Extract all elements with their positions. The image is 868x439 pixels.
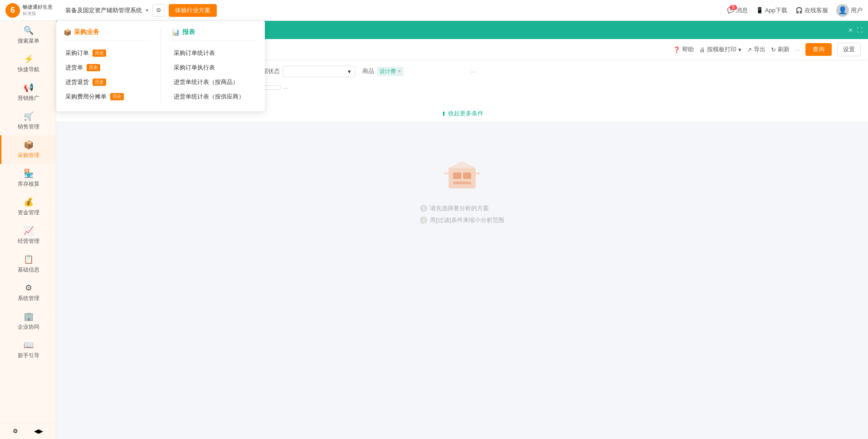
empty-hints: 1 请先选择要分析的方案 2 用[过滤]条件来缩小分析范围 — [420, 202, 504, 226]
top-header: 6 畅捷通好生意 标准版 装备及固定资产辅助管理系统 ▾ ⚙ 体验行业方案 💬 … — [0, 0, 868, 21]
settings-button[interactable]: 设置 — [837, 43, 861, 56]
user-label: 用户 — [851, 6, 863, 15]
sidebar-item-system[interactable]: ⚙ 系统管理 — [0, 278, 56, 307]
sidebar-label-system: 系统管理 — [18, 295, 39, 302]
collapse-up-icon: ⬆ — [441, 110, 446, 117]
dropdown-item-purchase-stat[interactable]: 采购订单统计表 — [172, 46, 258, 60]
sidebar-item-company[interactable]: 🏢 企业协同 — [0, 307, 56, 335]
collapse-sidebar-icon[interactable]: ◀▶ — [34, 428, 43, 434]
message-button[interactable]: 💬 9 消息 — [727, 6, 748, 15]
user-button[interactable]: 👤 用户 — [836, 4, 863, 17]
export-button[interactable]: ↗ 导出 — [747, 45, 766, 54]
sidebar-item-purchase[interactable]: 📦 采购管理 — [0, 135, 56, 164]
purchase-dropdown-menu: 📦 采购业务 采购订单 历史 进货单 历史 进货退货 历史 — [56, 21, 265, 111]
purchase-order-label: 采购订单 — [65, 49, 89, 57]
hint-item-2: 2 用[过滤]条件来缩小分析范围 — [420, 214, 504, 226]
settings-icon[interactable]: ⚙ — [13, 428, 18, 434]
print-button[interactable]: 🖨 按模板打印 ▾ — [699, 45, 741, 54]
system-icon: ⚙ — [25, 283, 32, 293]
logo-area: 6 畅捷通好生意 标准版 — [5, 3, 60, 18]
svg-rect-3 — [453, 182, 471, 184]
basic-icon: 📋 — [24, 254, 34, 264]
export-label: 导出 — [754, 45, 766, 54]
dropdown-item-purchase-order[interactable]: 采购订单 历史 — [63, 46, 150, 60]
sidebar-item-operation[interactable]: 📈 经营管理 — [0, 221, 56, 250]
filter-item-status: 单据状态 ▾ — [256, 66, 355, 77]
col2-icon: 📊 — [172, 29, 180, 36]
purchase-icon: 📦 — [24, 140, 34, 150]
operation-icon: 📈 — [24, 226, 34, 236]
message-icon-wrap: 💬 9 — [727, 7, 734, 14]
sidebar-item-basic[interactable]: 📋 基础信息 — [0, 250, 56, 278]
goods-tag-1: 设计费 × — [377, 67, 404, 76]
online-service-label: 在线客服 — [805, 6, 828, 15]
sidebar-footer: ⚙ ◀▶ — [0, 423, 56, 439]
company-icon: 🏢 — [24, 311, 34, 321]
finance-icon: 💰 — [24, 197, 34, 207]
return-label: 进货退货 — [65, 78, 89, 86]
dropdown-col1-header: 📦 采购业务 — [63, 28, 150, 40]
status-dropdown-icon: ▾ — [348, 68, 351, 75]
print-dropdown-icon[interactable]: ▾ — [738, 46, 741, 53]
guide-icon: 📖 — [24, 340, 34, 350]
status-select[interactable]: ▾ — [283, 66, 355, 77]
purchase-stat-label: 采购订单统计表 — [174, 49, 215, 57]
tab-maximize-icon[interactable]: ⛶ — [857, 27, 863, 34]
app-download-label: App下载 — [765, 6, 787, 15]
dropdown-arrow-icon[interactable]: ▾ — [146, 7, 149, 14]
hint-item-1: 1 请先选择要分析的方案 — [420, 202, 504, 214]
search-icon: 🔍 — [24, 25, 34, 35]
col1-title: 采购业务 — [74, 28, 99, 36]
print-label: 按模板打印 — [707, 45, 736, 54]
dropdown-item-expense[interactable]: 采购费用分摊单 历史 — [63, 89, 150, 104]
dropdown-item-purchase-exec[interactable]: 采购订单执行表 — [172, 60, 258, 75]
hint-num-2: 2 — [420, 217, 427, 224]
online-service-button[interactable]: 🎧 在线客服 — [795, 6, 828, 15]
sidebar-item-sales[interactable]: 🛒 销售管理 — [0, 107, 56, 135]
history-badge-1: 历史 — [93, 49, 106, 57]
sidebar-label-purchase: 采购管理 — [18, 152, 39, 159]
sidebar-label-inventory: 库存核算 — [18, 180, 39, 188]
hint-num-1: 1 — [420, 205, 427, 212]
sidebar-item-finance[interactable]: 💰 资金管理 — [0, 192, 56, 221]
logo-text-block: 畅捷通好生意 标准版 — [23, 4, 53, 16]
gear-button[interactable]: ⚙ — [152, 4, 165, 17]
help-icon: ❓ — [673, 46, 680, 53]
refresh-label: 刷新 — [778, 45, 790, 54]
query-button[interactable]: 查询 — [805, 43, 832, 56]
sidebar-label-guide: 新手引导 — [18, 352, 39, 360]
dropdown-item-incoming[interactable]: 进货单 历史 — [63, 60, 150, 75]
sidebar-item-market[interactable]: 📢 营销推广 — [0, 78, 56, 107]
dropdown-col-reports: 📊 报表 采购订单统计表 采购订单执行表 进货单统计表（按商品） 进货单统计表（… — [172, 28, 258, 104]
sidebar-item-fast[interactable]: ⚡ 快捷导航 — [0, 49, 56, 78]
dropdown-item-supplier-stat[interactable]: 进货单统计表（按供应商） — [172, 89, 258, 104]
export-icon: ↗ — [747, 46, 752, 53]
toolbar-dots[interactable]: ··· — [795, 46, 800, 53]
user-avatar: 👤 — [836, 4, 849, 17]
goods-tag-close[interactable]: × — [398, 68, 401, 74]
fast-icon: ⚡ — [24, 54, 34, 64]
goods-more-dots[interactable]: ··· — [470, 68, 475, 75]
col1-icon: 📦 — [63, 29, 71, 36]
sidebar-item-search[interactable]: 🔍 搜索菜单 — [0, 21, 56, 49]
sidebar-item-guide[interactable]: 📖 新手引导 — [0, 335, 56, 364]
tab-bar-actions: ✕ ⛶ — [848, 27, 868, 34]
message-label: 消息 — [736, 6, 748, 15]
logo-sub: 标准版 — [23, 10, 53, 17]
dropdown-item-return[interactable]: 进货退货 历史 — [63, 75, 150, 89]
help-button[interactable]: ❓ 帮助 — [673, 45, 694, 54]
refresh-button[interactable]: ↻ 刷新 — [771, 45, 790, 54]
logo-text: 畅捷通好生意 — [23, 4, 53, 10]
tab-bar: 首页 销售排行榜 × ✕ ⛶ 📦 采购业务 采购订单 — [56, 21, 868, 39]
app-download-button[interactable]: 📱 App下载 — [756, 6, 787, 15]
sidebar-item-inventory[interactable]: 🏪 库存核算 — [0, 164, 56, 192]
message-badge: 9 — [730, 5, 737, 10]
dropdown-item-goods-stat[interactable]: 进货单统计表（按商品） — [172, 75, 258, 89]
salesman-more-dots[interactable]: ··· — [283, 84, 288, 91]
tab-close-all-icon[interactable]: ✕ — [848, 27, 853, 34]
print-icon: 🖨 — [699, 46, 705, 53]
industry-button[interactable]: 体验行业方案 — [169, 4, 217, 17]
hint-text-2: 用[过滤]条件来缩小分析范围 — [430, 214, 504, 226]
market-icon: 📢 — [24, 83, 34, 93]
goods-selected-area: 设计费 × — [377, 67, 468, 76]
